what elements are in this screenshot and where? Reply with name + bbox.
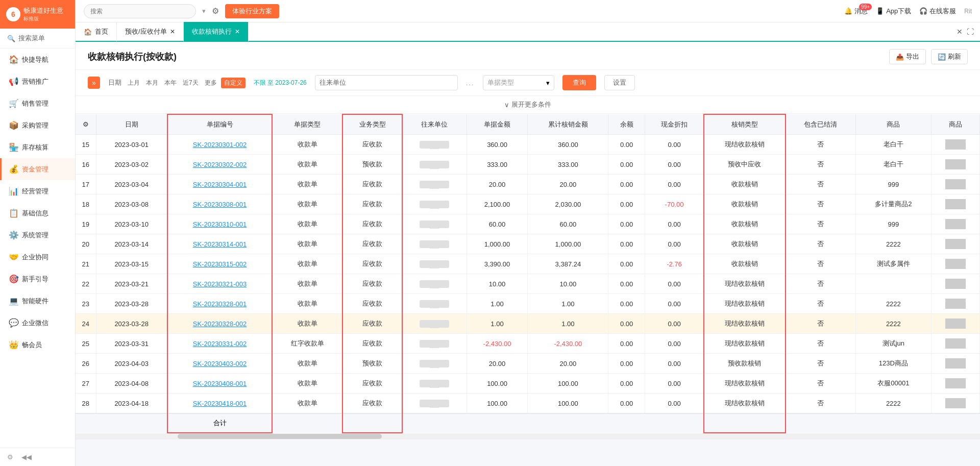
singleno-link[interactable]: SK-20230315-002 — [193, 260, 247, 268]
sidebar-item-wechat[interactable]: 💬企业微信 — [0, 312, 75, 334]
filter-receipt-type-select[interactable]: 单据类型 ▾ — [483, 75, 554, 90]
online-service-link[interactable]: 🎧 在线客服 — [919, 7, 956, 16]
tab-writeoff[interactable]: 收款核销执行 ✕ — [184, 22, 249, 41]
filter-date-links: 上月 本月 本年 近7天 更多 自定义 — [126, 78, 246, 88]
singleno-link[interactable]: SK-20230302-002 — [193, 161, 247, 168]
cell-no: 17 — [76, 175, 96, 194]
nav-icon-wechat: 💬 — [9, 318, 18, 328]
query-button[interactable]: 查询 — [562, 75, 596, 90]
cell-writetype: 收款核销 — [704, 194, 786, 214]
filter-partner-label: 往来单位 — [320, 78, 346, 87]
singleno-link[interactable]: SK-20230308-001 — [193, 201, 247, 208]
sidebar-item-quick-nav[interactable]: 🏠快捷导航 — [0, 48, 75, 70]
filter-receipt-type-label: 单据类型 — [487, 78, 514, 87]
sidebar-item-operations[interactable]: 📊经营管理 — [0, 180, 75, 202]
cell-amount: 100.00 — [467, 394, 528, 414]
setting-button[interactable]: 设置 — [604, 75, 635, 90]
singleno-link[interactable]: SK-20230418-001 — [193, 400, 247, 407]
singleno-link[interactable]: SK-20230403-002 — [193, 360, 247, 367]
singleno-link[interactable]: SK-20230328-001 — [193, 300, 247, 308]
filter-area: » 日期 上月 本月 本年 近7天 更多 自定义 不限 至 2023-07-26… — [76, 70, 980, 96]
horizontal-scrollbar[interactable] — [76, 433, 980, 439]
sidebar-item-hardware[interactable]: 💻智能硬件 — [0, 290, 75, 312]
sidebar-item-enterprise[interactable]: 🤝企业协同 — [0, 246, 75, 268]
settings-icon[interactable]: ⚙ — [7, 453, 13, 461]
sidebar-logo: 6 畅康道好生意 标推版 — [0, 0, 75, 29]
home-icon: 🏠 — [84, 28, 92, 36]
filter-last-month[interactable]: 上月 — [126, 78, 142, 88]
th-cash-discount: 现金折扣 — [645, 114, 704, 135]
singleno-link[interactable]: SK-20230328-002 — [193, 320, 247, 328]
sidebar-item-member[interactable]: 👑畅会员 — [0, 334, 75, 356]
table-row: 17 2023-03-04 SK-20230304-001 收款单 应收款 ██… — [76, 175, 980, 194]
cell-partner: ██ — [402, 354, 467, 374]
singleno-link[interactable]: SK-20230310-001 — [193, 220, 247, 228]
scrollbar-thumb[interactable] — [178, 434, 382, 439]
sidebar-item-funds[interactable]: 💰资金管理 — [0, 158, 75, 180]
tab-writeoff-close-icon[interactable]: ✕ — [235, 28, 240, 35]
tab-prepay-close-icon[interactable]: ✕ — [170, 28, 175, 35]
filter-dots: ... — [466, 79, 475, 87]
singleno-link[interactable]: SK-20230301-002 — [193, 141, 247, 149]
filter-this-month[interactable]: 本月 — [144, 78, 160, 88]
th-setting[interactable]: ⚙ — [76, 114, 96, 135]
dropdown-chevron-icon[interactable]: ▾ — [202, 7, 206, 15]
topbar-gear-icon[interactable]: ⚙ — [212, 6, 219, 16]
singleno-link[interactable]: SK-20230408-001 — [193, 380, 247, 387]
close-tab-icon[interactable]: ✕ — [957, 28, 963, 36]
cell-balance: 0.00 — [608, 254, 645, 274]
cell-partner: ██ — [402, 314, 467, 334]
singleno-link[interactable]: SK-20230314-001 — [193, 240, 247, 248]
notification-button[interactable]: 🔔 消息 99+ — [844, 7, 868, 16]
singleno-link[interactable]: SK-20230331-002 — [193, 340, 247, 348]
topbar-search-input[interactable] — [84, 4, 196, 18]
cell-no: 27 — [76, 374, 96, 394]
expand-tab-icon[interactable]: ⛶ — [967, 28, 974, 36]
tab-prepay[interactable]: 预收/应收付单 ✕ — [117, 22, 184, 41]
filter-expand-button[interactable]: » — [88, 77, 100, 89]
export-button[interactable]: 📤 导出 — [889, 49, 926, 64]
filter-custom-date[interactable]: 自定义 — [221, 78, 246, 88]
cell-cash-discount: 0.00 — [645, 334, 704, 354]
cell-date: 2023-03-04 — [96, 175, 167, 194]
cell-singleno: SK-20230310-001 — [167, 214, 273, 234]
filter-partner-input[interactable] — [346, 79, 453, 87]
industry-solution-button[interactable]: 体验行业方案 — [225, 4, 279, 18]
cell-amount: 360.00 — [467, 135, 528, 155]
filter-this-year[interactable]: 本年 — [162, 78, 179, 88]
cell-writeoff-amount: 3,387.24 — [528, 254, 608, 274]
collapse-icon[interactable]: ◀◀ — [21, 453, 32, 461]
expand-more-button[interactable]: ∨ 展开更多条件 — [504, 100, 551, 109]
app-download-link[interactable]: 📱 App下载 — [876, 7, 911, 16]
cell-writeoff-amount: 2,030.00 — [528, 194, 608, 214]
sidebar-item-inventory[interactable]: 🏪库存核算 — [0, 136, 75, 158]
user-name[interactable]: Rit — [964, 8, 972, 15]
refresh-button[interactable]: 🔄 刷新 — [931, 49, 968, 64]
cell-partner: ██ — [402, 334, 467, 354]
cell-cash-discount: 0.00 — [645, 214, 704, 234]
cell-goods: 999 — [855, 175, 931, 194]
table-row: 28 2023-04-18 SK-20230418-001 收款单 应收款 ██… — [76, 394, 980, 414]
logo-main-text: 畅康道好生意 — [23, 6, 63, 15]
sidebar-item-purchase[interactable]: 📦采购管理 — [0, 114, 75, 136]
sidebar-item-basics[interactable]: 📋基础信息 — [0, 202, 75, 224]
filter-last-7days[interactable]: 近7天 — [181, 78, 201, 88]
cell-writetype: 现结收款核销 — [704, 274, 786, 294]
sidebar-item-guide[interactable]: 🎯新手引导 — [0, 268, 75, 290]
sidebar-item-system[interactable]: ⚙️系统管理 — [0, 224, 75, 246]
cell-include-cleared: 否 — [786, 334, 855, 354]
sidebar: 6 畅康道好生意 标推版 🔍 搜索菜单 🏠快捷导航📢营销推广🛒销售管理📦采购管理… — [0, 0, 76, 466]
sidebar-item-sales[interactable]: 🛒销售管理 — [0, 92, 75, 114]
filter-date-label: 日期 — [108, 78, 121, 87]
cell-goods: 123D商品 — [855, 354, 931, 374]
filter-more-dates[interactable]: 更多 — [203, 78, 219, 88]
table-row: 15 2023-03-01 SK-20230301-002 收款单 应收款 ██… — [76, 135, 980, 155]
nav-icon-guide: 🎯 — [9, 274, 18, 284]
singleno-link[interactable]: SK-20230304-001 — [193, 181, 247, 188]
singleno-link[interactable]: SK-20230321-003 — [193, 280, 247, 288]
table-footer: 合计 — [76, 413, 980, 433]
tab-home[interactable]: 🏠 首页 — [76, 22, 117, 41]
sidebar-search[interactable]: 🔍 搜索菜单 — [0, 29, 75, 48]
sidebar-item-marketing[interactable]: 📢营销推广 — [0, 70, 75, 92]
footer-cleared — [786, 413, 855, 433]
